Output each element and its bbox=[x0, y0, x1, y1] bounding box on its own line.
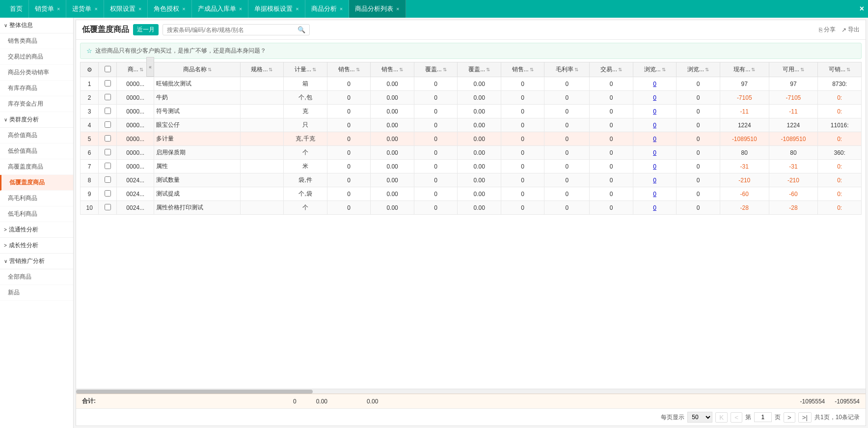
content-area: 低覆盖度商品 近一月 🔍 ⎘ 分享 ↗ 导出 ☆ 这些商品只有很少客户购买 bbox=[76, 20, 866, 426]
next-page-button[interactable]: > bbox=[784, 412, 795, 423]
nav-tab-template[interactable]: 单据模板设置 × bbox=[248, 0, 305, 18]
row-browse1[interactable]: 0 bbox=[633, 187, 677, 201]
prev-page-button[interactable]: < bbox=[731, 412, 742, 423]
row-browse2: 0 bbox=[677, 146, 720, 160]
sidebar-item-high-value[interactable]: 高价值商品 bbox=[0, 128, 73, 143]
row-stock3: 11016: bbox=[818, 118, 862, 132]
row-unit: 个 bbox=[284, 146, 327, 160]
row-name[interactable]: 属性 bbox=[154, 160, 240, 173]
row-name[interactable]: 眼宝公仔 bbox=[154, 118, 240, 132]
sidebar-item-new-goods[interactable]: 新品 bbox=[0, 285, 73, 301]
row-browse1[interactable]: 0 bbox=[633, 173, 677, 187]
share-button[interactable]: ⎘ 分享 bbox=[819, 26, 836, 34]
horizontal-scrollbar[interactable] bbox=[76, 389, 866, 394]
row-name[interactable]: 旺铺批次测试 bbox=[154, 77, 240, 91]
close-all-button[interactable]: × bbox=[860, 4, 864, 13]
select-all-checkbox[interactable] bbox=[105, 66, 111, 72]
col-checkbox[interactable] bbox=[99, 62, 117, 77]
sidebar-group-overall[interactable]: ∨ 整体信息 bbox=[0, 18, 73, 33]
row-sales2: 0.00 bbox=[371, 160, 414, 173]
sidebar-item-stock-goods[interactable]: 有库存商品 bbox=[0, 81, 73, 96]
sidebar-group-growth[interactable]: > 成长性分析 bbox=[0, 238, 73, 254]
row-stock1: -1089510 bbox=[720, 132, 769, 146]
sidebar-item-category-rate[interactable]: 商品分类动销率 bbox=[0, 65, 73, 81]
sidebar-group-cluster[interactable]: ∨ 类群度分析 bbox=[0, 112, 73, 128]
row-browse1[interactable]: 0 bbox=[633, 118, 677, 132]
sidebar-item-low-value[interactable]: 低价值商品 bbox=[0, 143, 73, 159]
col-gross-rate: 毛利率⇅ bbox=[544, 62, 590, 77]
sidebar-group-marketing[interactable]: ∨ 营销推广分析 bbox=[0, 254, 73, 269]
col-unit: 计量...⇅ bbox=[284, 62, 327, 77]
sidebar-collapse-button[interactable]: « bbox=[146, 57, 154, 77]
row-name[interactable]: 属性价格打印测试 bbox=[154, 201, 240, 215]
row-name[interactable]: 牛奶 bbox=[154, 91, 240, 105]
close-icon[interactable]: × bbox=[296, 6, 298, 12]
row-browse1[interactable]: 0 bbox=[633, 77, 677, 91]
row-checkbox[interactable] bbox=[99, 132, 117, 146]
sidebar-item-low-margin[interactable]: 低毛利商品 bbox=[0, 206, 73, 222]
row-sales3: 0 bbox=[501, 132, 544, 146]
nav-tab-home[interactable]: 首页 bbox=[4, 0, 29, 18]
col-stock3: 可销...⇅ bbox=[818, 62, 862, 77]
close-icon[interactable]: × bbox=[340, 6, 343, 12]
nav-tab-purchase[interactable]: 进货单 × bbox=[66, 0, 104, 18]
row-checkbox[interactable] bbox=[99, 91, 117, 105]
row-checkbox[interactable] bbox=[99, 146, 117, 160]
search-input[interactable] bbox=[167, 27, 298, 33]
close-icon[interactable]: × bbox=[182, 6, 185, 12]
row-browse1[interactable]: 0 bbox=[633, 201, 677, 215]
row-browse1[interactable]: 0 bbox=[633, 132, 677, 146]
row-checkbox[interactable] bbox=[99, 187, 117, 201]
close-icon[interactable]: × bbox=[138, 6, 141, 12]
nav-tab-product-in[interactable]: 产成品入库单 × bbox=[192, 0, 248, 18]
row-checkbox[interactable] bbox=[99, 77, 117, 91]
row-browse2: 0 bbox=[677, 105, 720, 118]
row-name[interactable]: 多计量 bbox=[154, 132, 240, 146]
sidebar-item-sales-goods[interactable]: 销售类商品 bbox=[0, 33, 73, 49]
sidebar-group-label: 整体信息 bbox=[9, 21, 33, 29]
close-icon[interactable]: × bbox=[94, 6, 97, 12]
row-checkbox[interactable] bbox=[99, 105, 117, 118]
row-cover1: 0 bbox=[414, 77, 458, 91]
filter-period-button[interactable]: 近一月 bbox=[133, 24, 159, 35]
row-spec bbox=[240, 201, 284, 215]
row-checkbox[interactable] bbox=[99, 201, 117, 215]
row-checkbox[interactable] bbox=[99, 173, 117, 187]
sidebar-item-stock-capital[interactable]: 库存资金占用 bbox=[0, 96, 73, 112]
row-browse1[interactable]: 0 bbox=[633, 91, 677, 105]
row-checkbox[interactable] bbox=[99, 160, 117, 173]
nav-tab-analysis[interactable]: 商品分析 × bbox=[305, 0, 349, 18]
scrollbar-thumb[interactable] bbox=[76, 390, 313, 394]
nav-tab-permission[interactable]: 权限设置 × bbox=[104, 0, 148, 18]
table-wrapper[interactable]: ⚙ 商...⇅ 商品名称⇅ 规格...⇅ 计量...⇅ 销售...⇅ 销售...… bbox=[80, 62, 862, 389]
col-settings[interactable]: ⚙ bbox=[81, 62, 99, 77]
sidebar-item-high-coverage[interactable]: 高覆盖度商品 bbox=[0, 159, 73, 175]
sidebar-group-circulation[interactable]: > 流通性分析 bbox=[0, 222, 73, 238]
row-name[interactable]: 启用保质期 bbox=[154, 146, 240, 160]
sidebar-item-traded-goods[interactable]: 交易过的商品 bbox=[0, 49, 73, 65]
first-page-button[interactable]: K bbox=[715, 412, 728, 423]
row-browse1[interactable]: 0 bbox=[633, 146, 677, 160]
close-icon[interactable]: × bbox=[396, 6, 399, 12]
row-name[interactable]: 符号测试 bbox=[154, 105, 240, 118]
last-page-button[interactable]: >| bbox=[798, 412, 812, 423]
nav-tab-analysis-list[interactable]: 商品分析列表 × bbox=[349, 0, 406, 18]
row-gross-rate: 0 bbox=[544, 187, 590, 201]
sidebar-item-low-coverage[interactable]: 低覆盖度商品 bbox=[0, 175, 73, 191]
nav-tab-sales[interactable]: 销货单 × bbox=[29, 0, 66, 18]
row-browse1[interactable]: 0 bbox=[633, 105, 677, 118]
page-number-input[interactable] bbox=[754, 412, 772, 422]
row-code: 0000... bbox=[117, 77, 154, 91]
per-page-select[interactable]: 50 100 bbox=[687, 412, 712, 423]
row-stock1: -11 bbox=[720, 105, 769, 118]
sidebar-item-all-goods[interactable]: 全部商品 bbox=[0, 269, 73, 285]
row-checkbox[interactable] bbox=[99, 118, 117, 132]
row-name[interactable]: 测试提成 bbox=[154, 187, 240, 201]
sidebar-item-high-margin[interactable]: 高毛利商品 bbox=[0, 191, 73, 206]
nav-tab-roles[interactable]: 角色授权 × bbox=[148, 0, 191, 18]
row-browse1[interactable]: 0 bbox=[633, 160, 677, 173]
close-icon[interactable]: × bbox=[239, 6, 242, 12]
row-name[interactable]: 测试数量 bbox=[154, 173, 240, 187]
close-icon[interactable]: × bbox=[57, 6, 60, 12]
export-button[interactable]: ↗ 导出 bbox=[841, 26, 860, 34]
